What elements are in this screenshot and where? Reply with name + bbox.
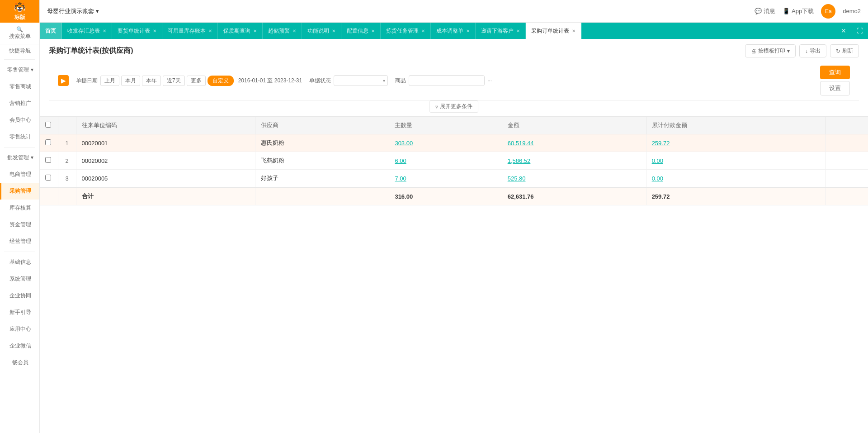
tab-task-mgmt[interactable]: 拣货任务管理 ✕ [381, 23, 431, 39]
sidebar-item-marketing[interactable]: 营销推广 [0, 95, 39, 112]
sidebar-item-wechat[interactable]: 企业微信 [0, 338, 39, 354]
row-qty-2[interactable]: 7.00 [389, 170, 502, 188]
page-header: 采购订单统计表(按供应商) 🖨 按模板打印 ▾ ↓ 导出 ↻ 刷新 [40, 39, 868, 117]
page-actions: 🖨 按模板打印 ▾ ↓ 导出 ↻ 刷新 [745, 44, 859, 57]
logo-icon: 🐯 [14, 2, 26, 14]
filter-expand-row: ▿ 展开更多条件 [49, 100, 859, 116]
footer-paid: 259.72 [646, 187, 826, 205]
tab-expiry-query-label: 保质期查询 [223, 27, 250, 35]
filter-toggle-button[interactable]: ▶ [58, 75, 69, 86]
date-btn-custom[interactable]: 自定义 [208, 76, 234, 86]
query-button[interactable]: 查询 [820, 66, 850, 79]
sidebar-item-vip[interactable]: 畅会员 [0, 354, 39, 371]
sidebar-item-operations[interactable]: 经营管理 [0, 233, 39, 250]
content-area: 采购订单统计表(按供应商) 🖨 按模板打印 ▾ ↓ 导出 ↻ 刷新 [40, 39, 868, 433]
filter-date-group: 单据日期 上月 本月 本年 近7天 更多 自定义 2016-01-01 至 20… [76, 76, 302, 86]
sidebar-item-enterprise[interactable]: 企业协同 [0, 287, 39, 304]
tab-home[interactable]: 首页 [40, 23, 62, 39]
user-name-label[interactable]: demo2 [843, 8, 861, 14]
tab-expiry-query-close[interactable]: ✕ [253, 29, 257, 33]
sidebar-item-retail-stat[interactable]: 零售统计 [0, 128, 39, 145]
expand-conditions-button[interactable]: ▿ 展开更多条件 [429, 100, 478, 113]
tab-purchase-stat-close[interactable]: ✕ [153, 29, 156, 33]
message-button[interactable]: 💬 消息 [755, 7, 775, 15]
user-name: demo2 [843, 8, 861, 14]
template-print-label: 按模板打印 [758, 47, 785, 55]
date-btn-7days[interactable]: 近7天 [163, 76, 185, 86]
tab-config-info-close[interactable]: ✕ [371, 29, 375, 33]
sidebar-item-purchase[interactable]: 采购管理 [0, 183, 39, 200]
sidebar-item-retail[interactable]: 零售管理 ▾ [0, 62, 39, 78]
tab-config-info[interactable]: 配置信息 ✕ [341, 23, 381, 39]
goods-filter-more[interactable]: ··· [487, 77, 492, 84]
tab-function-desc-label: 功能说明 [307, 27, 329, 35]
tab-function-desc[interactable]: 功能说明 ✕ [302, 23, 341, 39]
row-check-2[interactable] [45, 175, 51, 181]
sidebar-item-finance[interactable]: 资金管理 [0, 216, 39, 233]
tab-invite-downstream-label: 邀请下游客户 [481, 27, 514, 35]
topbar-left: 母婴行业演示账套 ▾ [47, 7, 99, 15]
date-filter-buttons: 上月 本月 本年 近7天 更多 自定义 [100, 76, 234, 86]
template-print-button[interactable]: 🖨 按模板打印 ▾ [745, 44, 796, 57]
sidebar-item-member[interactable]: 会员中心 [0, 112, 39, 128]
tab-task-mgmt-close[interactable]: ✕ [421, 29, 425, 33]
sidebar-item-wholesale[interactable]: 批发管理 ▾ [0, 149, 39, 166]
row-qty-1[interactable]: 6.00 [389, 152, 502, 170]
sidebar-item-appcenter[interactable]: 应用中心 [0, 321, 39, 338]
settings-button[interactable]: 设置 [820, 81, 850, 95]
date-btn-this-year[interactable]: 本年 [142, 76, 161, 86]
date-btn-more[interactable]: 更多 [187, 76, 206, 86]
sidebar-item-enterprise-label: 企业协同 [9, 292, 31, 299]
th-checkbox [40, 117, 58, 134]
row-paid-0[interactable]: 259.72 [646, 134, 826, 152]
tab-function-desc-close[interactable]: ✕ [332, 29, 335, 33]
message-icon: 💬 [755, 8, 762, 14]
row-paid-1[interactable]: 0.00 [646, 152, 826, 170]
tab-collect-pay[interactable]: 收发存汇总表 ✕ [62, 23, 112, 39]
status-select[interactable] [334, 75, 388, 86]
sidebar-quick-nav[interactable]: 快捷导航 [0, 44, 39, 57]
account-dropdown[interactable]: 母婴行业演示账套 ▾ [47, 7, 99, 15]
row-qty-0[interactable]: 303.00 [389, 134, 502, 152]
data-table: 往来单位编码 供应商 主数量 金额 累计付款金额 1 00020001 惠氏奶粉… [40, 117, 868, 205]
select-all-checkbox[interactable] [45, 122, 51, 128]
tab-invite-downstream-close[interactable]: ✕ [516, 29, 520, 33]
row-amount-0[interactable]: 60,519.44 [502, 134, 646, 152]
table-header-row: 往来单位编码 供应商 主数量 金额 累计付款金额 [40, 117, 868, 134]
app-download-button[interactable]: 📱 App下载 [783, 7, 814, 15]
tab-invite-downstream[interactable]: 邀请下游客户 ✕ [476, 23, 526, 39]
user-avatar[interactable]: Ea [821, 4, 835, 19]
tab-expiry-query[interactable]: 保质期查询 ✕ [218, 23, 263, 39]
sidebar-item-retail-shop[interactable]: 零售商城 [0, 78, 39, 95]
row-paid-2[interactable]: 0.00 [646, 170, 826, 188]
tab-purchase-order-stat[interactable]: 采购订单统计表 ✕ [526, 23, 581, 39]
tab-available-stock-close[interactable]: ✕ [208, 29, 212, 33]
row-amount-2[interactable]: 525.80 [502, 170, 646, 188]
row-check-1[interactable] [45, 157, 51, 163]
sidebar-item-basic[interactable]: 基础信息 [0, 254, 39, 271]
date-btn-this-month[interactable]: 本月 [121, 76, 140, 86]
goods-filter-input[interactable] [409, 75, 485, 86]
tab-cost-adjust[interactable]: 成本调整单 ✕ [431, 23, 476, 39]
tab-overstock-warning-close[interactable]: ✕ [292, 29, 296, 33]
tab-collect-pay-close[interactable]: ✕ [103, 29, 106, 33]
sidebar-search[interactable]: 🔍 搜索菜单 [0, 23, 39, 44]
row-num-2: 3 [58, 170, 76, 188]
sidebar-item-ecommerce[interactable]: 电商管理 [0, 166, 39, 183]
export-icon: ↓ [805, 48, 808, 54]
tab-maximize-button[interactable]: ⛶ [852, 23, 868, 39]
row-amount-1[interactable]: 1,586.52 [502, 152, 646, 170]
refresh-button[interactable]: ↻ 刷新 [830, 44, 859, 57]
tab-purchase-stat[interactable]: 要货单统计表 ✕ [112, 23, 162, 39]
sidebar-item-system[interactable]: 系统管理 [0, 271, 39, 287]
date-btn-last-month[interactable]: 上月 [100, 76, 119, 86]
sidebar-item-inventory[interactable]: 库存核算 [0, 200, 39, 216]
tab-cost-adjust-close[interactable]: ✕ [466, 29, 470, 33]
sidebar-item-newguide[interactable]: 新手引导 [0, 304, 39, 321]
tab-purchase-order-stat-close[interactable]: ✕ [572, 29, 576, 33]
row-check-0[interactable] [45, 139, 51, 145]
tab-overstock-warning[interactable]: 超储预警 ✕ [263, 23, 302, 39]
tab-close-button[interactable]: ✕ [835, 23, 852, 39]
tab-available-stock[interactable]: 可用量库存账本 ✕ [162, 23, 218, 39]
export-button[interactable]: ↓ 导出 [799, 44, 826, 57]
